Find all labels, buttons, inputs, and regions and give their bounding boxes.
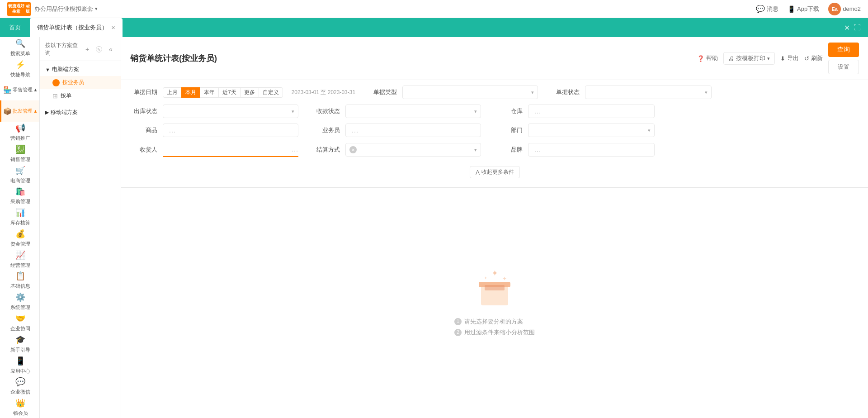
template-print-action[interactable]: 🖨 按模板打印 ▾ (723, 52, 775, 65)
sidebar-item-purchase[interactable]: 🛍️ 采购管理 (0, 185, 39, 206)
sidebar-item-apps[interactable]: 📱 应用中心 (0, 355, 39, 376)
tab-close-window-icon[interactable]: ✕ (844, 24, 850, 32)
tab-close-icon[interactable]: ✕ (111, 25, 115, 31)
warehouse-dots: … (534, 107, 541, 115)
member-icon: 👑 (15, 398, 25, 408)
settlement-chevron: ▾ (474, 147, 477, 153)
doc-type-chevron: ▾ (531, 90, 534, 95)
export-action[interactable]: ⬇ 导出 (780, 54, 799, 62)
outstock-chevron: ▾ (292, 109, 294, 114)
svg-text:✎: ✎ (97, 48, 101, 52)
dept-chevron: ▾ (648, 128, 651, 133)
doc-type-select[interactable]: ▾ (402, 86, 538, 99)
sidebar-item-sales[interactable]: 💹 销售管理 (0, 143, 39, 164)
brand-label: 品牌 (495, 146, 523, 154)
date-btn-more[interactable]: 更多 (240, 87, 259, 98)
tab-maximize-icon[interactable]: ⛶ (854, 24, 861, 32)
tab-bar: 首页 销货单统计表（按业务员） ✕ ✕ ⛶ (0, 18, 868, 37)
header-right: 💬 消息 📱 App下载 Ea demo2 (756, 3, 861, 15)
svg-text:✦: ✦ (491, 269, 498, 278)
message-action[interactable]: 💬 消息 (756, 5, 778, 13)
scheme-item-by-salesperson[interactable]: 按业务员 (40, 76, 121, 89)
sidebar-item-operation[interactable]: 📈 经营管理 (0, 249, 39, 270)
wholesale-expand-icon: ▲ (33, 109, 38, 114)
sidebar-item-search[interactable]: 🔍 搜索菜单 (0, 37, 39, 58)
settlement-label: 结算方式 (313, 146, 340, 154)
date-btn-last-7[interactable]: 近7天 (218, 87, 241, 98)
retail-icon: 🏪 (3, 86, 12, 94)
dept-label: 部门 (495, 126, 523, 134)
date-label: 单据日期 (130, 88, 157, 96)
warehouse-select[interactable]: … (528, 104, 655, 118)
filter-row-1: 单据日期 上月 本月 本年 近7天 更多 自定义 2023-03-01 至 20… (130, 86, 859, 99)
retail-expand-icon: ▲ (33, 87, 38, 92)
sales-icon: 💹 (15, 144, 25, 154)
scheme-edit-btn[interactable]: ✎ (94, 45, 104, 54)
sidebar-item-marketing[interactable]: 📢 营销推广 (0, 122, 39, 143)
salesperson-select[interactable]: … (345, 124, 481, 137)
date-btn-this-year[interactable]: 本年 (200, 87, 219, 98)
purchase-icon: 🛍️ (15, 186, 25, 196)
sidebar-item-system[interactable]: ⚙️ 系统管理 (0, 291, 39, 312)
top-header: 畅捷通好生意 标版 办公用品行业模拟账套 ▾ 💬 消息 📱 App下载 Ea d… (0, 0, 868, 18)
doc-status-chevron: ▾ (705, 90, 708, 95)
goods-select[interactable]: … (163, 124, 298, 137)
payment-select[interactable]: ▾ (345, 104, 481, 118)
doc-status-select[interactable]: ▾ (585, 86, 712, 99)
receiver-input[interactable] (163, 142, 289, 156)
receiver-dots: … (291, 145, 298, 153)
sidebar-item-basic[interactable]: 📋 基础信息 (0, 270, 39, 291)
scheme-add-btn[interactable]: + (83, 45, 92, 54)
outstock-select[interactable]: ▾ (163, 104, 298, 118)
scheme-order-icon: ⊞ (52, 92, 58, 100)
sidebar-item-member[interactable]: 👑 畅会员 (0, 397, 39, 418)
scheme-collapse-btn[interactable]: « (106, 45, 115, 54)
tab-home[interactable]: 首页 (0, 18, 30, 37)
collapse-btn[interactable]: ⋀ 收起更多条件 (470, 166, 520, 178)
dept-select[interactable]: ▾ (528, 124, 655, 137)
scheme-panel-header: 按以下方案查询 + ✎ « (40, 37, 121, 61)
refresh-icon: ↺ (804, 55, 809, 62)
refresh-action[interactable]: ↺ 刷新 (804, 54, 823, 62)
page-header-top: 销货单统计表(按业务员) ❓ 帮助 🖨 按模板打印 ▾ ⬇ (130, 43, 859, 74)
inventory-icon: 📊 (15, 208, 25, 218)
subtitle-dropdown-icon: ▾ (95, 6, 98, 12)
settings-button[interactable]: 设置 (828, 60, 859, 74)
doc-status-label: 单据状态 (552, 88, 580, 96)
brand-select[interactable]: … (528, 143, 655, 157)
sidebar-item-ecommerce[interactable]: 🛒 电商管理 (0, 164, 39, 185)
payment-chevron: ▾ (474, 109, 477, 114)
collapse-row: ⋀ 收起更多条件 (130, 162, 859, 182)
sidebar-item-finance[interactable]: 💰 资金管理 (0, 228, 39, 249)
settlement-select[interactable]: ✕ ▾ (345, 143, 481, 157)
help-action[interactable]: ❓ 帮助 (697, 54, 718, 62)
header-left: 畅捷通好生意 标版 办公用品行业模拟账套 ▾ (7, 2, 98, 16)
sidebar-item-retail[interactable]: 🏪 零售管理 ▲ (0, 80, 39, 101)
sidebar-item-inventory[interactable]: 📊 库存核算 (0, 206, 39, 228)
sidebar-item-newbie[interactable]: 🎓 新手引导 (0, 333, 39, 355)
user-avatar-action[interactable]: Ea demo2 (828, 3, 861, 15)
app-subtitle[interactable]: 办公用品行业模拟账套 ▾ (34, 5, 98, 13)
mobile-group-expand-icon: ▶ (45, 109, 49, 115)
tab-sales-stat[interactable]: 销货单统计表（按业务员） ✕ (30, 18, 123, 37)
settlement-clear-btn[interactable]: ✕ (349, 146, 357, 153)
scheme-item-by-order[interactable]: ⊞ 按单 (40, 89, 121, 102)
date-btn-this-month[interactable]: 本月 (181, 87, 200, 98)
sidebar-item-wechat[interactable]: 💬 企业微信 (0, 376, 39, 397)
receiver-label: 收货人 (130, 146, 157, 154)
sidebar-item-enterprise[interactable]: 🤝 企业协同 (0, 312, 39, 333)
scheme-group-mobile-header[interactable]: ▶ 移动端方案 (40, 106, 121, 119)
print-icon: 🖨 (728, 55, 734, 62)
app-download-action[interactable]: 📱 App下载 (788, 5, 819, 13)
search-icon: 🔍 (15, 38, 25, 48)
payment-label: 收款状态 (313, 107, 340, 115)
sidebar-item-shortcut[interactable]: ⚡ 快捷导航 (0, 58, 39, 80)
date-btn-custom[interactable]: 自定义 (259, 87, 283, 98)
date-range: 2023-03-01 至 2023-03-31 (292, 89, 355, 96)
filter-area: 单据日期 上月 本月 本年 近7天 更多 自定义 2023-03-01 至 20… (121, 80, 868, 188)
finance-icon: 💰 (15, 229, 25, 239)
query-button[interactable]: 查询 (828, 43, 859, 57)
date-btn-last-month[interactable]: 上月 (163, 87, 182, 98)
sidebar-item-wholesale[interactable]: 📦 批发管理 ▲ (0, 100, 39, 122)
scheme-group-pc-header[interactable]: ▼ 电脑端方案 (40, 63, 121, 76)
